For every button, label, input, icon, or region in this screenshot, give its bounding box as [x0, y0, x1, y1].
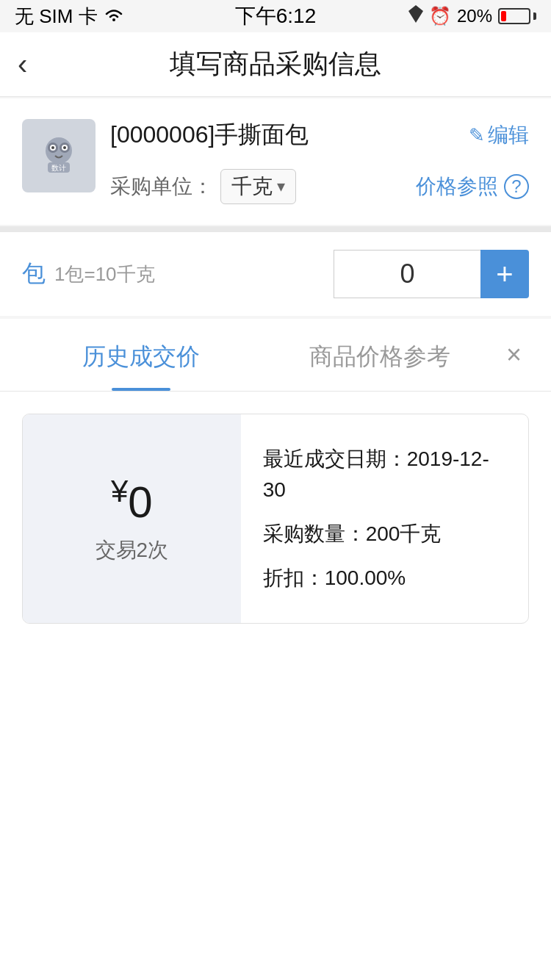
discount: 折扣：100.00% [263, 563, 506, 594]
edit-icon: ✎ [469, 124, 485, 147]
status-right: ⏰ 20% [408, 5, 536, 27]
price-ref-label: 价格参照 [416, 173, 498, 201]
close-icon: × [506, 339, 522, 370]
quantity-input[interactable]: 0 [334, 250, 480, 298]
product-card: 数计 [0000006]手撕面包 ✎ 编辑 采购单位： 千克 ▾ 价格参照 [0, 98, 551, 225]
quantity-unit-label: 包 [22, 258, 46, 290]
divider [0, 226, 551, 232]
purchase-qty: 采购数量：200千克 [263, 519, 506, 550]
svg-point-6 [63, 146, 66, 149]
wifi-icon [104, 5, 124, 28]
back-button[interactable]: ‹ [18, 48, 27, 81]
nav-bar: ‹ 填写商品采购信息 [0, 32, 551, 97]
carrier-text: 无 SIM 卡 [15, 4, 98, 29]
price-tabs: 历史成交价 商品价格参考 × [0, 319, 551, 392]
quantity-unit-info: 包 1包=10千克 [22, 258, 155, 290]
price-reference-button[interactable]: 价格参照 ? [416, 173, 529, 201]
tab2-label: 商品价格参考 [309, 343, 450, 370]
edit-button[interactable]: ✎ 编辑 [469, 121, 529, 149]
tab-history-price[interactable]: 历史成交价 [22, 319, 260, 391]
price-amount: ¥¥00 [111, 474, 153, 527]
price-details: 最近成交日期：2019-12-30 采购数量：200千克 折扣：100.00% [241, 414, 528, 623]
quantity-row: 包 1包=10千克 0 + [0, 232, 551, 316]
svg-text:数计: 数计 [51, 164, 66, 172]
plus-icon: + [496, 258, 513, 291]
unit-select[interactable]: 千克 ▾ [220, 169, 296, 204]
unit-convert-text: 1包=10千克 [54, 262, 155, 287]
edit-label: 编辑 [488, 121, 529, 149]
battery-percent: 20% [457, 6, 492, 26]
quantity-section: 包 1包=10千克 0 + [0, 226, 551, 316]
currency-symbol: ¥ [111, 474, 128, 508]
product-info: [0000006]手撕面包 ✎ 编辑 采购单位： 千克 ▾ 价格参照 ? [110, 119, 529, 204]
location-icon [408, 5, 423, 27]
product-name-text: 手撕面包 [215, 121, 309, 148]
tab-product-price-ref[interactable]: 商品价格参考 [260, 319, 498, 391]
price-panel: 历史成交价 商品价格参考 × ¥¥00 交易2次 最近成交日期：2019-12-… [0, 319, 551, 646]
price-card: ¥¥00 交易2次 最近成交日期：2019-12-30 采购数量：200千克 折… [22, 414, 529, 624]
svg-point-5 [51, 146, 54, 149]
help-icon: ? [504, 174, 529, 199]
product-id: [0000006] [110, 121, 215, 148]
quantity-input-group: 0 + [334, 250, 529, 298]
close-panel-button[interactable]: × [499, 332, 529, 378]
status-carrier: 无 SIM 卡 [15, 4, 124, 29]
unit-value: 千克 [231, 173, 273, 201]
page-title: 填写商品采购信息 [170, 46, 381, 82]
recent-date: 最近成交日期：2019-12-30 [263, 444, 506, 505]
status-time: 下午6:12 [235, 2, 317, 30]
bottom-space [0, 646, 551, 980]
battery-icon [498, 8, 536, 24]
price-summary: ¥¥00 交易2次 [23, 414, 241, 623]
back-icon: ‹ [18, 48, 27, 81]
unit-label: 采购单位： [110, 173, 213, 201]
quantity-plus-button[interactable]: + [480, 250, 529, 298]
product-name: [0000006]手撕面包 [110, 119, 309, 151]
status-bar: 无 SIM 卡 下午6:12 ⏰ 20% [0, 0, 551, 32]
chevron-down-icon: ▾ [277, 177, 285, 196]
trade-count: 交易2次 [96, 536, 169, 564]
tab1-label: 历史成交价 [82, 343, 200, 370]
product-image: 数计 [22, 119, 96, 192]
alarm-icon: ⏰ [429, 6, 451, 26]
price-card-area: ¥¥00 交易2次 最近成交日期：2019-12-30 采购数量：200千克 折… [0, 392, 551, 646]
